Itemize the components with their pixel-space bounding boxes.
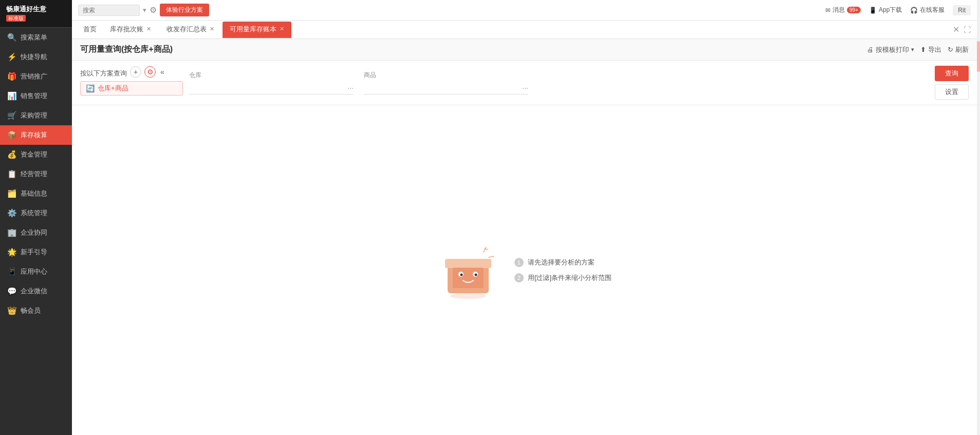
sidebar-item-search[interactable]: 🔍搜索菜单: [0, 28, 72, 47]
main-area: ▾ ⚙ 体验行业方案 ✉ 消息 99+ 📱 App下载 🎧 在线客服 Rit: [72, 0, 977, 435]
message-item[interactable]: ✉ 消息 99+: [825, 6, 861, 14]
sidebar-item-label-system: 系统管理: [21, 209, 47, 218]
right-scrollbar[interactable]: [977, 0, 980, 435]
print-icon: 🖨: [867, 46, 874, 53]
quick-nav-icon: ⚡: [7, 52, 16, 62]
warehouse-more-icon[interactable]: ···: [347, 84, 354, 92]
refresh-action[interactable]: ↻ 刷新: [948, 45, 969, 54]
sidebar-item-sales[interactable]: 📊销售管理: [0, 86, 72, 106]
sidebar-item-label-operations: 经营管理: [21, 169, 47, 179]
online-service-item[interactable]: 🎧 在线客服: [910, 6, 945, 14]
sidebar-item-label-enterprise: 企业协同: [21, 228, 47, 237]
svg-rect-2: [445, 259, 491, 268]
sidebar-item-label-basic-info: 基础信息: [21, 189, 47, 198]
sidebar-item-marketing[interactable]: 🎁营销推广: [0, 67, 72, 86]
sidebar-item-purchase[interactable]: 🛒采购管理: [0, 106, 72, 125]
message-label: 消息: [833, 6, 845, 14]
sidebar-item-finance[interactable]: 💰资金管理: [0, 145, 72, 164]
tab-available-ledger-close[interactable]: ✕: [280, 26, 284, 32]
sidebar-item-label-purchase: 采购管理: [21, 111, 47, 120]
topbar-right: ✉ 消息 99+ 📱 App下载 🎧 在线客服 Rit: [825, 5, 971, 15]
hint-text-2: 用[过滤]条件来缩小分析范围: [528, 273, 612, 282]
search-icon: 🔍: [7, 33, 16, 42]
warehouse-field-label: 仓库: [189, 71, 354, 80]
tab-receive-summary-close[interactable]: ✕: [210, 26, 214, 32]
weixin-icon: 💬: [7, 287, 16, 296]
tab-batch-account[interactable]: 库存批次账 ✕: [103, 22, 158, 38]
sidebar-item-app-center[interactable]: 📱应用中心: [0, 262, 72, 281]
empty-hint-1: 1 请先选择要分析的方案: [514, 258, 612, 267]
sales-icon: 📊: [7, 91, 16, 101]
mobile-icon: 📱: [869, 7, 877, 14]
page-title: 可用量查询(按仓库+商品): [80, 44, 173, 55]
product-input-wrapper: ···: [364, 82, 528, 94]
system-icon: ⚙️: [7, 209, 16, 218]
message-icon: ✉: [825, 7, 830, 14]
topbar-left: ▾ ⚙ 体验行业方案: [78, 4, 821, 16]
query-button[interactable]: 查询: [935, 66, 969, 81]
product-field-label: 商品: [364, 71, 528, 80]
sidebar-item-basic-info[interactable]: 🗂️基础信息: [0, 184, 72, 203]
app-download-item[interactable]: 📱 App下载: [869, 6, 902, 14]
settings-icon[interactable]: ⚙: [150, 5, 157, 15]
search-input[interactable]: [78, 5, 140, 16]
user-info[interactable]: Rit: [953, 5, 971, 15]
scheme-icon: 🔄: [86, 84, 95, 92]
sidebar-item-guide[interactable]: 🌟新手引导: [0, 242, 72, 262]
tab-receive-summary[interactable]: 收发存汇总表 ✕: [159, 22, 221, 38]
empty-hint-2: 2 用[过滤]条件来缩小分析范围: [514, 273, 612, 282]
headset-icon: 🎧: [910, 7, 918, 14]
svg-point-0: [450, 293, 486, 299]
scheme-settings-button[interactable]: ⚙: [144, 66, 156, 78]
scheme-warehouse-product[interactable]: 🔄 仓库+商品: [80, 81, 183, 96]
sidebar-item-member[interactable]: 👑畅会员: [0, 301, 72, 320]
svg-point-7: [474, 274, 477, 276]
warehouse-input[interactable]: [189, 84, 345, 92]
svg-line-9: [489, 256, 494, 257]
print-dropdown-icon[interactable]: ▾: [911, 46, 914, 53]
tab-batch-account-label: 库存批次账: [110, 25, 143, 34]
purchase-icon: 🛒: [7, 111, 16, 120]
empty-hints: 1 请先选择要分析的方案 2 用[过滤]条件来缩小分析范围: [514, 258, 612, 282]
tabbar-actions: ✕ ⛶: [953, 25, 971, 34]
sidebar-item-quick-nav[interactable]: ⚡快捷导航: [0, 47, 72, 67]
operations-icon: 📋: [7, 169, 16, 179]
print-label: 按模板打印: [876, 45, 909, 54]
content-area: 1 请先选择要分析的方案 2 用[过滤]条件来缩小分析范围: [72, 105, 977, 435]
version-badge: 标准版: [6, 15, 26, 22]
refresh-icon: ↻: [948, 46, 953, 53]
scheme-header: 按以下方案查询 + ⚙ «: [80, 66, 183, 78]
hint-text-1: 请先选择要分析的方案: [528, 258, 595, 267]
tab-batch-account-close[interactable]: ✕: [146, 26, 151, 32]
industry-solution-button[interactable]: 体验行业方案: [160, 4, 209, 16]
tab-close-all-button[interactable]: ✕: [953, 25, 959, 34]
sidebar-item-label-member: 畅会员: [21, 306, 41, 315]
export-action[interactable]: ⬆ 导出: [920, 45, 941, 54]
empty-illustration: [437, 239, 499, 301]
sidebar-item-label-search: 搜索菜单: [21, 33, 47, 42]
sidebar-item-label-guide: 新手引导: [21, 248, 47, 257]
sidebar-header: 畅康通好生意 标准版: [0, 0, 72, 28]
settings-button[interactable]: 设置: [935, 84, 969, 100]
sidebar-item-inventory[interactable]: 📦库存核算: [0, 125, 72, 145]
enterprise-icon: 🏢: [7, 228, 16, 237]
product-input[interactable]: [364, 84, 520, 92]
collapse-button[interactable]: «: [159, 66, 166, 78]
sidebar-item-label-inventory: 库存核算: [21, 130, 47, 140]
tab-home[interactable]: 首页: [78, 22, 102, 38]
filter-fields: 仓库 ··· 商品 ··· 查询 设置: [189, 66, 969, 100]
tabbar: 首页 库存批次账 ✕ 收发存汇总表 ✕ 可用量库存账本 ✕ ✕ ⛶: [72, 21, 977, 39]
page-header: 可用量查询(按仓库+商品) 🖨 按模板打印 ▾ ⬆ 导出 ↻ 刷新: [72, 39, 977, 61]
sidebar-item-weixin[interactable]: 💬企业微信: [0, 281, 72, 301]
sidebar-item-operations[interactable]: 📋经营管理: [0, 164, 72, 184]
print-action[interactable]: 🖨 按模板打印 ▾: [867, 45, 914, 54]
product-field: 商品 ···: [364, 71, 528, 94]
sidebar-item-system[interactable]: ⚙️系统管理: [0, 203, 72, 223]
user-name: Rit: [958, 7, 966, 14]
product-more-icon[interactable]: ···: [522, 84, 528, 92]
dropdown-arrow[interactable]: ▾: [143, 6, 146, 14]
add-scheme-button[interactable]: +: [130, 66, 141, 78]
sidebar-item-enterprise[interactable]: 🏢企业协同: [0, 223, 72, 242]
tab-available-ledger[interactable]: 可用量库存账本 ✕: [223, 22, 291, 38]
tab-expand-button[interactable]: ⛶: [964, 26, 971, 34]
